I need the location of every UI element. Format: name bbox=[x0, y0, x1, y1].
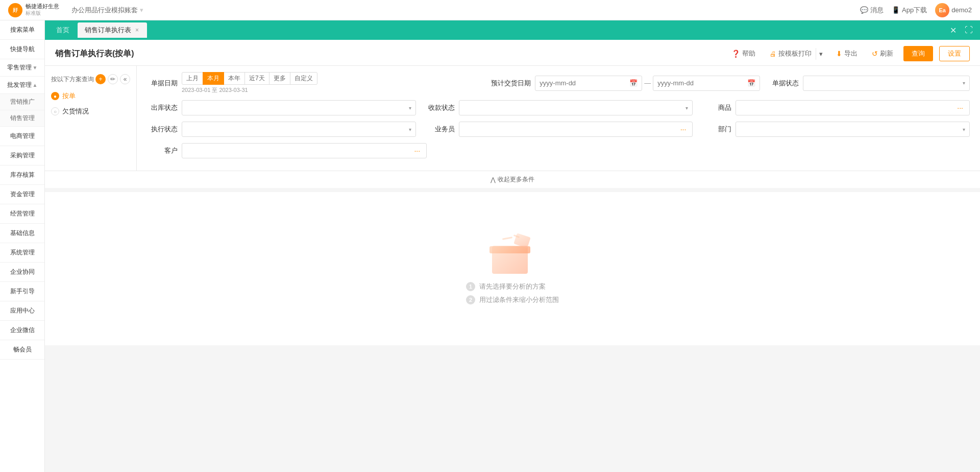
payment-select-arrow: ▾ bbox=[685, 105, 688, 111]
avatar: Ea bbox=[935, 3, 949, 17]
user-area[interactable]: Ea demo2 bbox=[935, 3, 972, 17]
scheme-inactive-icon: ○ bbox=[51, 107, 59, 115]
execution-select-arrow: ▾ bbox=[409, 127, 411, 132]
logo-text-area: 畅捷通好生意 标准版 bbox=[26, 3, 59, 17]
payment-select[interactable]: ▾ bbox=[459, 100, 693, 115]
sidebar-item-member[interactable]: 畅会员 bbox=[0, 340, 44, 360]
expected-date-end-input[interactable] bbox=[657, 79, 745, 87]
execution-select[interactable]: ▾ bbox=[182, 122, 416, 137]
top-header: 好 畅捷通好生意 标准版 办公用品行业模拟账套 ▾ 💬 消息 📱 App下载 E… bbox=[0, 0, 980, 20]
logo-area[interactable]: 好 畅捷通好生意 标准版 bbox=[8, 3, 59, 17]
message-label: 消息 bbox=[870, 6, 884, 15]
sidebar-item-purchase[interactable]: 采购管理 bbox=[0, 146, 44, 166]
dept-select[interactable]: ▾ bbox=[736, 122, 970, 137]
page-content: 销售订单执行表(按单) ❓ 帮助 🖨 按模板打印 ▾ ⬇ bbox=[45, 40, 980, 472]
logo-subtitle: 标准版 bbox=[26, 10, 59, 17]
scheme-item-backorder[interactable]: ○ 欠货情况 bbox=[45, 104, 136, 119]
tab-close-button[interactable]: ✕ bbox=[947, 23, 960, 37]
tab-sales-order[interactable]: 销售订单执行表 × bbox=[78, 22, 147, 38]
sidebar-item-search[interactable]: 搜索菜单 bbox=[0, 20, 44, 40]
execution-label: 执行状态 bbox=[147, 125, 178, 134]
sidebar-item-wechat[interactable]: 企业微信 bbox=[0, 321, 44, 340]
sidebar-item-newbie[interactable]: 新手引导 bbox=[0, 282, 44, 301]
print-dropdown-button[interactable]: ▾ bbox=[816, 48, 826, 60]
sidebar-item-inventory[interactable]: 库存核算 bbox=[0, 166, 44, 185]
tab-home-label: 首页 bbox=[56, 26, 69, 35]
sidebar-item-app-center[interactable]: 应用中心 bbox=[0, 301, 44, 321]
salesperson-select[interactable]: ··· bbox=[459, 122, 693, 137]
dept-group: 部门 ▾ bbox=[701, 122, 970, 137]
empty-state: 1 请先选择要分析的方案 2 用过滤条件来缩小分析范围 bbox=[45, 192, 980, 345]
date-tab-more[interactable]: 更多 bbox=[269, 72, 290, 85]
expected-date-start-input[interactable] bbox=[540, 79, 627, 87]
page-header: 销售订单执行表(按单) ❓ 帮助 🖨 按模板打印 ▾ ⬇ bbox=[45, 40, 980, 66]
logo-title: 畅捷通好生意 bbox=[26, 3, 59, 10]
date-separator: — bbox=[644, 79, 651, 87]
date-tab-this-year[interactable]: 本年 bbox=[224, 72, 245, 85]
filter-scheme-panel: 按以下方案查询 + ✏ « ● 按单 ○ bbox=[45, 66, 137, 171]
sidebar-item-quick-nav[interactable]: 快捷导航 bbox=[0, 40, 44, 59]
tab-maximize-button[interactable]: ⛶ bbox=[962, 23, 976, 37]
add-scheme-button[interactable]: + bbox=[95, 74, 106, 84]
sidebar: 搜索菜单 快捷导航 零售管理 ▼ 批发管理 ▲ 营销推广 销售管理 电商管理 采… bbox=[0, 20, 45, 472]
collapse-button[interactable]: ⋀ 收起更多条件 bbox=[491, 175, 534, 184]
help-button[interactable]: ❓ 帮助 bbox=[727, 47, 760, 60]
filter-row-3: 执行状态 ▾ 业务员 ··· bbox=[147, 122, 970, 137]
filter-panel: 按以下方案查询 + ✏ « ● 按单 ○ bbox=[45, 66, 980, 188]
export-label: 导出 bbox=[844, 49, 857, 58]
salesperson-label: 业务员 bbox=[424, 125, 455, 134]
date-filter-group: 单据日期 上月 本月 本年 近7天 更多 自定义 bbox=[147, 72, 483, 94]
filter-row-1: 单据日期 上月 本月 本年 近7天 更多 自定义 bbox=[147, 72, 970, 94]
export-icon: ⬇ bbox=[836, 50, 842, 58]
sidebar-item-basic-info[interactable]: 基础信息 bbox=[0, 224, 44, 243]
message-button[interactable]: 💬 消息 bbox=[860, 6, 884, 15]
export-button[interactable]: ⬇ 导出 bbox=[832, 47, 862, 60]
help-label: 帮助 bbox=[742, 49, 755, 58]
content-area: 首页 销售订单执行表 × ✕ ⛶ 销售订单执行表(按单) ❓ 帮助 bbox=[45, 20, 980, 472]
expected-date-end[interactable]: 📅 bbox=[653, 76, 760, 91]
salesperson-more-icon[interactable]: ··· bbox=[678, 125, 689, 133]
goods-select[interactable]: ··· bbox=[736, 100, 970, 115]
scheme-item-by-order[interactable]: ● 按单 bbox=[45, 88, 136, 104]
page-header-actions: ❓ 帮助 🖨 按模板打印 ▾ ⬇ 导出 bbox=[727, 46, 970, 61]
sidebar-item-system[interactable]: 系统管理 bbox=[0, 243, 44, 263]
query-button[interactable]: 查询 bbox=[903, 46, 933, 61]
customer-more-icon[interactable]: ··· bbox=[412, 147, 422, 155]
empty-step-2: 2 用过滤条件来缩小分析范围 bbox=[466, 295, 559, 304]
print-button[interactable]: 🖨 按模板打印 bbox=[766, 47, 816, 60]
edit-scheme-button[interactable]: ✏ bbox=[108, 74, 118, 84]
sidebar-item-wholesale[interactable]: 批发管理 ▲ bbox=[0, 77, 44, 94]
date-tab-7days[interactable]: 近7天 bbox=[244, 72, 270, 85]
sidebar-item-operations[interactable]: 经营管理 bbox=[0, 204, 44, 224]
breadcrumb-arrow-icon[interactable]: ▾ bbox=[140, 6, 143, 14]
date-tab-last-month[interactable]: 上月 bbox=[182, 72, 203, 85]
tab-home[interactable]: 首页 bbox=[49, 22, 77, 38]
empty-step-1: 1 请先选择要分析的方案 bbox=[466, 282, 559, 291]
collapse-scheme-button[interactable]: « bbox=[120, 74, 130, 84]
goods-more-icon[interactable]: ··· bbox=[955, 104, 965, 112]
expected-date-start[interactable]: 📅 bbox=[535, 76, 642, 91]
settings-button[interactable]: 设置 bbox=[939, 46, 970, 61]
sidebar-item-sales-management[interactable]: 销售管理 bbox=[0, 110, 44, 127]
collapse-bar: ⋀ 收起更多条件 bbox=[45, 171, 980, 188]
refresh-button[interactable]: ↺ 刷新 bbox=[868, 47, 897, 60]
sidebar-item-retail[interactable]: 零售管理 ▼ bbox=[0, 59, 44, 77]
customer-select[interactable]: ··· bbox=[182, 143, 427, 158]
calendar-end-icon: 📅 bbox=[747, 79, 755, 87]
scheme-title-text: 按以下方案查询 bbox=[51, 75, 94, 84]
tab-close-icon[interactable]: × bbox=[134, 27, 140, 34]
sidebar-item-enterprise[interactable]: 企业协同 bbox=[0, 263, 44, 282]
app-download-icon: 📱 bbox=[892, 6, 900, 14]
date-tab-this-month[interactable]: 本月 bbox=[203, 72, 224, 85]
outbound-select[interactable]: ▾ bbox=[182, 100, 416, 115]
status-select-arrow: ▾ bbox=[963, 80, 965, 86]
status-label: 单据状态 bbox=[768, 79, 799, 88]
dept-label: 部门 bbox=[701, 125, 731, 134]
sidebar-item-ecommerce[interactable]: 电商管理 bbox=[0, 127, 44, 146]
app-download-button[interactable]: 📱 App下载 bbox=[892, 6, 927, 15]
outbound-group: 出库状态 ▾ bbox=[147, 100, 416, 115]
status-select[interactable]: ▾ bbox=[803, 76, 970, 91]
sidebar-item-marketing[interactable]: 营销推广 bbox=[0, 94, 44, 110]
sidebar-item-finance[interactable]: 资金管理 bbox=[0, 185, 44, 204]
date-tab-custom[interactable]: 自定义 bbox=[290, 72, 317, 85]
